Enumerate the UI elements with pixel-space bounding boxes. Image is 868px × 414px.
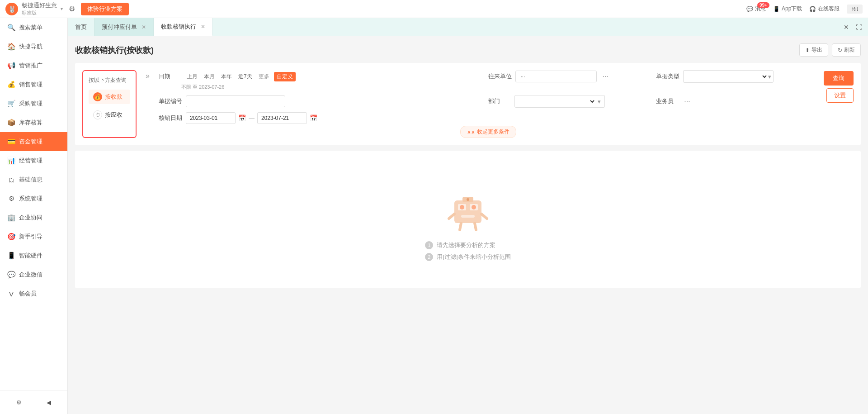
svg-line-9 [475,223,476,230]
sidebar-item-guide[interactable]: 🎯 新手引导 [0,227,67,246]
collapse-chevron-up-icon: ∧∧ [467,129,475,135]
receivable-icon: ⏱ [93,110,102,119]
sidebar-item-marketing[interactable]: 📢 营销推广 [0,56,67,75]
svg-line-7 [481,214,487,219]
offset-date-start-input[interactable] [186,112,236,124]
date-shortcut-this-month[interactable]: 本月 [202,72,217,81]
tab-fullscreen-icon[interactable]: ⛶ [854,22,864,33]
counterparty-input[interactable] [515,71,597,82]
date-shortcut-last-month[interactable]: 上月 [185,72,199,81]
dept-select[interactable] [519,98,596,105]
sidebar-label-purchase: 采购管理 [19,100,42,108]
sidebar-item-system[interactable]: ⚙ 系统管理 [0,189,67,208]
filter-by-receivable-label: 按应收 [105,111,123,119]
sidebar-settings-btn[interactable]: ⚙ [13,395,25,409]
date-shortcuts: 上月 本月 本年 近7天 更多 自定义 [185,72,296,81]
date-custom-tag[interactable]: 自定义 [274,72,296,81]
counterparty-dots[interactable]: ··· [600,72,610,81]
tab-receipt-offset[interactable]: 收款核销执行 ✕ [154,18,213,36]
sidebar-item-wechat[interactable]: 💬 企业微信 [0,265,67,284]
bill-no-label: 单据编号 [159,97,182,105]
date-shortcut-7days[interactable]: 近7天 [236,72,254,81]
tab-prepay[interactable]: 预付冲应付单 ✕ [94,18,154,36]
sidebar-item-basic-info[interactable]: 🗂 基础信息 [0,170,67,189]
date-shortcut-this-year[interactable]: 本年 [219,72,234,81]
export-button[interactable]: ⬆ 导出 [799,43,828,57]
operation-icon: 📊 [7,157,15,165]
sidebar-item-finance[interactable]: 💳 资金管理 [0,132,67,151]
dept-select-wrapper: ▾ [514,95,605,108]
filter-settings-button[interactable]: 设置 [826,88,854,103]
staff-dots[interactable]: ··· [682,97,692,105]
guide-icon: 🎯 [7,233,15,241]
purchase-icon: 🛒 [7,100,15,108]
tab-receipt-offset-label: 收款核销执行 [161,23,196,31]
staff-label: 业务员 [656,97,679,105]
app-download-button[interactable]: 📱 App下载 [773,5,802,13]
bill-no-input[interactable] [186,95,285,107]
export-icon: ⬆ [805,47,810,53]
query-button[interactable]: 查询 [824,71,854,86]
basic-info-icon: 🗂 [7,176,15,184]
sidebar-item-hardware[interactable]: 📱 智能硬件 [0,246,67,265]
date-shortcut-more[interactable]: 更多 [257,72,271,81]
solution-button[interactable]: 体验行业方案 [81,3,129,15]
tab-receipt-offset-close[interactable]: ✕ [201,24,205,30]
sidebar-item-sales[interactable]: 💰 销售管理 [0,75,67,94]
sidebar-label-hardware: 智能硬件 [19,252,42,260]
top-bar-left: 🐰 畅捷通好生意 标准版 ▾ ⚙ 体验行业方案 [5,1,129,16]
message-button[interactable]: 💬 消息 99+ [746,5,766,13]
tab-bar: 首页 预付冲应付单 ✕ 收款核销执行 ✕ ✕ ⛶ [68,18,868,36]
export-label: 导出 [811,46,822,54]
filter-by-receipt-label: 按收款 [105,93,123,101]
tab-home[interactable]: 首页 [68,18,94,36]
collapse-arrow-icon: ◀ [47,399,51,406]
tab-prepay-close[interactable]: ✕ [142,24,146,30]
corp-icon: 🏢 [7,214,15,222]
sidebar-item-inventory[interactable]: 📦 库存核算 [0,113,67,132]
online-service-button[interactable]: 🎧 在线客服 [809,5,840,13]
hardware-icon: 📱 [7,252,15,260]
bill-type-select-wrapper: ▾ [683,70,774,83]
svg-rect-3 [461,215,475,218]
sidebar-item-purchase[interactable]: 🛒 采购管理 [0,94,67,113]
empty-tips: 1 请先选择要分析的方案 2 用[过滤]条件来缩小分析范围 [425,241,510,261]
user-name[interactable]: Rit [847,5,863,14]
sidebar-label-sales: 销售管理 [19,81,42,89]
filter-action-buttons: 查询 设置 [824,70,854,103]
sidebar-item-search[interactable]: 🔍 搜索菜单 [0,18,67,37]
system-icon: ⚙ [7,195,15,203]
filter-option-by-receipt[interactable]: 💰 按收款 [89,90,130,104]
sidebar-label-corp: 企业协同 [19,214,42,222]
offset-date-label: 核销日期 [159,114,182,122]
bill-type-select[interactable] [684,71,768,82]
filter-panel: 按以下方案查询 💰 按收款 ⏱ 按应收 » [75,63,861,145]
settings-icon[interactable]: ⚙ [66,4,77,14]
tab-prepay-label: 预付冲应付单 [102,23,137,31]
collapse-more-button[interactable]: ∧∧ 收起更多条件 [460,126,516,138]
headset-icon: 🎧 [809,6,816,12]
svg-point-11 [472,205,476,209]
sidebar-label-guide: 新手引导 [19,233,42,241]
filter-option-by-receivable[interactable]: ⏱ 按应收 [89,108,130,122]
sidebar-item-corp[interactable]: 🏢 企业协同 [0,208,67,227]
dropdown-icon[interactable]: ▾ [61,6,63,11]
svg-line-6 [449,214,454,219]
bill-type-label: 单据类型 [656,72,679,81]
dept-label: 部门 [488,97,511,105]
sidebar-item-member[interactable]: V 畅会员 [0,284,67,303]
offset-date-end-input[interactable] [257,112,307,124]
marketing-icon: 📢 [7,62,15,70]
tab-bar-right: ✕ ⛶ [837,18,868,36]
sidebar-item-operation[interactable]: 📊 经营管理 [0,151,67,170]
offset-date-end-cal[interactable]: 📅 [310,114,317,122]
offset-date-start-cal[interactable]: 📅 [238,114,246,122]
sidebar-item-quick-nav[interactable]: 🏠 快捷导航 [0,37,67,56]
refresh-button[interactable]: ↻ 刷新 [832,43,861,57]
main-layout: 🔍 搜索菜单 🏠 快捷导航 📢 营销推广 💰 销售管理 🛒 采购管理 📦 库存核… [0,18,868,414]
offset-date-range: 📅 — 📅 [186,112,317,124]
panel-collapse-arrow[interactable]: » [142,70,153,138]
member-icon: V [7,290,15,298]
tab-close-all-icon[interactable]: ✕ [841,22,852,33]
sidebar-collapse-btn[interactable]: ◀ [43,395,55,409]
